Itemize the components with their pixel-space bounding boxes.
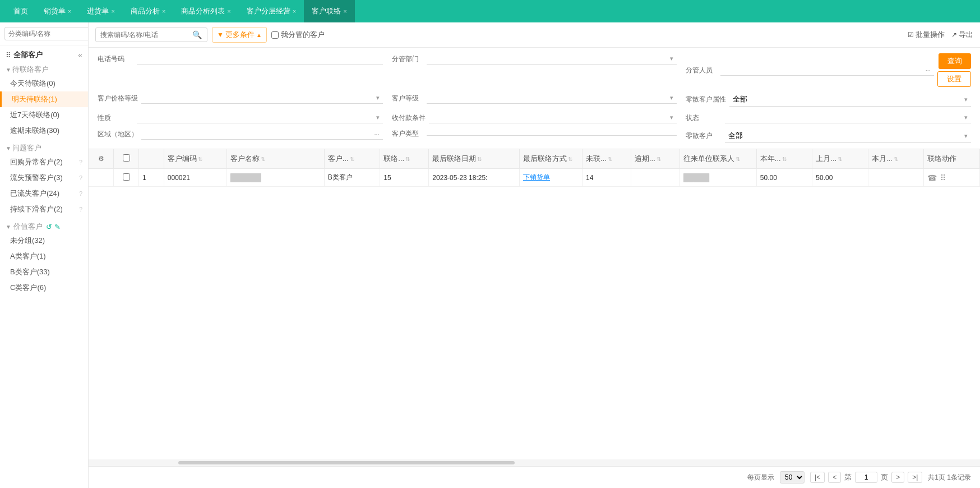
nature-select[interactable]: ▾ <box>137 112 383 123</box>
row-lastway[interactable]: 下销货单 <box>520 169 583 187</box>
col-overdue-header[interactable]: 逾期...⇅ <box>631 149 680 169</box>
arrow-down-icon-2: ▼ <box>6 145 11 151</box>
region-input[interactable]: ··· <box>141 129 383 140</box>
col-contact-header[interactable]: 联络...⇅ <box>380 149 429 169</box>
sidebar-item-abnormal[interactable]: 回购异常客户(2) ? <box>0 154 88 170</box>
nav-item-analysis-list[interactable]: 商品分析列表 × <box>173 0 238 22</box>
nav-home[interactable]: 首页 <box>6 0 36 22</box>
sort-icon-5: ⇅ <box>477 156 482 162</box>
nav-item-customer-ops[interactable]: 客户分层经营 × <box>239 0 304 22</box>
page-input[interactable] <box>855 472 877 483</box>
col-lastway-header[interactable]: 最后联络方式⇅ <box>520 149 583 169</box>
col-unlink-header[interactable]: 未联...⇅ <box>582 149 631 169</box>
dots-icon-2[interactable]: ··· <box>374 131 379 137</box>
refresh-icon[interactable]: ↺ <box>46 223 52 231</box>
col-thismonth-header[interactable]: 本月...⇅ <box>868 149 923 169</box>
row-lastmonth: 50.00 <box>812 169 868 187</box>
price-level-select[interactable]: ▾ <box>141 93 383 104</box>
sidebar-item-ungrouped[interactable]: 未分组(32) <box>0 233 88 248</box>
row-action: ☎ ⠿ <box>924 169 980 187</box>
sidebar-item-c-class[interactable]: C类客户(6) <box>0 280 88 296</box>
export-btn[interactable]: ↗ 导出 <box>951 30 973 40</box>
customer-type-select[interactable] <box>427 132 677 136</box>
close-icon[interactable]: × <box>68 8 71 15</box>
more-conditions-btn[interactable]: ▼ 更多条件 ▲ <box>212 27 267 43</box>
col-setting[interactable]: ⚙ <box>89 149 114 169</box>
search-input[interactable] <box>100 31 190 39</box>
chevron-down-icon-4: ▾ <box>964 96 968 103</box>
my-customers-checkbox[interactable]: 我分管的客户 <box>271 30 325 40</box>
dots-icon[interactable]: ··· <box>926 67 931 73</box>
sort-icon-8: ⇅ <box>657 156 661 162</box>
phone-input[interactable] <box>137 53 383 65</box>
sidebar-item-churn-warning[interactable]: 流失预警客户(3) ? <box>0 170 88 186</box>
close-icon[interactable]: × <box>227 8 230 15</box>
col-type-header[interactable]: 客户...⇅ <box>324 149 380 169</box>
retail-attr-select[interactable]: 全部 ▾ <box>729 93 971 107</box>
search-submit-icon[interactable]: 🔍 <box>192 30 202 39</box>
sidebar-item-b-class[interactable]: B类客户(33) <box>0 264 88 280</box>
all-customers-label[interactable]: 全部客户 <box>13 50 43 60</box>
more-action-icon[interactable]: ⠿ <box>940 173 946 182</box>
select-all-checkbox[interactable] <box>123 154 130 162</box>
pager-last-btn[interactable]: >| <box>908 472 922 483</box>
sort-icon-2: ⇅ <box>261 156 265 162</box>
retail-customer-select[interactable]: 全部 ▾ <box>725 129 971 143</box>
sidebar-item-tomorrow[interactable]: 明天待联络(1) <box>0 91 88 107</box>
sidebar-item-declining[interactable]: 持续下滑客户(2) ? <box>0 201 88 217</box>
sidebar-item-week[interactable]: 近7天待联络(0) <box>0 107 88 123</box>
person-select[interactable]: ··· <box>720 65 934 76</box>
sidebar-item-churned[interactable]: 已流失客户(24) ? <box>0 186 88 201</box>
help-icon-2: ? <box>79 174 82 181</box>
horizontal-scrollbar[interactable] <box>89 459 980 466</box>
sidebar-search-input[interactable] <box>4 27 89 40</box>
row-check[interactable] <box>114 169 139 187</box>
col-lastmonth-header[interactable]: 上月...⇅ <box>812 149 868 169</box>
col-code-header[interactable]: 客户编码⇅ <box>164 149 226 169</box>
region-label: 区域（地区） <box>98 130 138 139</box>
customer-level-select[interactable]: ▾ <box>427 93 677 104</box>
payment-select[interactable]: ▾ <box>429 112 677 123</box>
per-page-select[interactable]: 50 <box>780 471 805 484</box>
query-button[interactable]: 查询 <box>939 53 971 69</box>
set-button[interactable]: 设置 <box>937 71 971 87</box>
close-icon[interactable]: × <box>343 8 346 15</box>
row-thismonth <box>868 169 923 187</box>
close-icon[interactable]: × <box>162 8 165 15</box>
close-icon[interactable]: × <box>111 8 114 15</box>
status-select[interactable]: ▾ <box>725 112 971 123</box>
pager-prev-btn[interactable]: < <box>828 472 841 483</box>
edit-icon[interactable]: ✎ <box>54 223 61 231</box>
payment-label: 收付款条件 <box>392 113 426 123</box>
row-checkbox[interactable] <box>123 173 130 181</box>
total-info: 共1页 1条记录 <box>928 473 971 482</box>
collapse-icon[interactable]: « <box>78 50 82 59</box>
col-checkbox[interactable] <box>114 149 139 169</box>
col-name-header[interactable]: 客户名称⇅ <box>226 149 324 169</box>
col-no <box>139 149 164 169</box>
my-customers-check[interactable] <box>271 31 279 39</box>
col-lastdate-header[interactable]: 最后联络日期⇅ <box>429 149 520 169</box>
nav-item-customer-contact[interactable]: 客户联络 × <box>304 0 354 22</box>
batch-operation-btn[interactable]: ☑ 批量操作 <box>908 30 945 40</box>
pager-next-btn[interactable]: > <box>891 472 904 483</box>
phone-action-icon[interactable]: ☎ <box>927 173 937 182</box>
close-icon[interactable]: × <box>293 8 296 15</box>
sidebar-item-today[interactable]: 今天待联络(0) <box>0 76 88 91</box>
table-container: ⚙ 客户编码⇅ 客户名称⇅ 客户...⇅ 联络...⇅ <box>89 149 980 459</box>
nav-item-sales[interactable]: 销货单 × <box>36 0 79 22</box>
page-unit: 页 <box>881 472 888 482</box>
content-area: 🔍 ▼ 更多条件 ▲ 我分管的客户 ☑ 批量操作 ↗ 导出 <box>89 22 980 488</box>
filter-bar: 🔍 ▼ 更多条件 ▲ 我分管的客户 ☑ 批量操作 ↗ 导出 <box>89 22 980 48</box>
sidebar-item-a-class[interactable]: A类客户(1) <box>0 248 88 264</box>
help-icon: ? <box>79 159 82 165</box>
sort-icon-10: ⇅ <box>782 156 787 162</box>
dept-select[interactable]: ▾ <box>427 53 677 65</box>
sidebar-item-overdue[interactable]: 逾期未联络(30) <box>0 123 88 139</box>
check-icon: ☑ <box>908 31 914 39</box>
nav-item-purchase[interactable]: 进货单 × <box>79 0 122 22</box>
col-contact-person-header[interactable]: 往来单位联系人⇅ <box>680 149 757 169</box>
pager-first-btn[interactable]: |< <box>810 472 825 483</box>
nav-item-analysis[interactable]: 商品分析 × <box>123 0 173 22</box>
col-thisyear-header[interactable]: 本年...⇅ <box>756 149 812 169</box>
